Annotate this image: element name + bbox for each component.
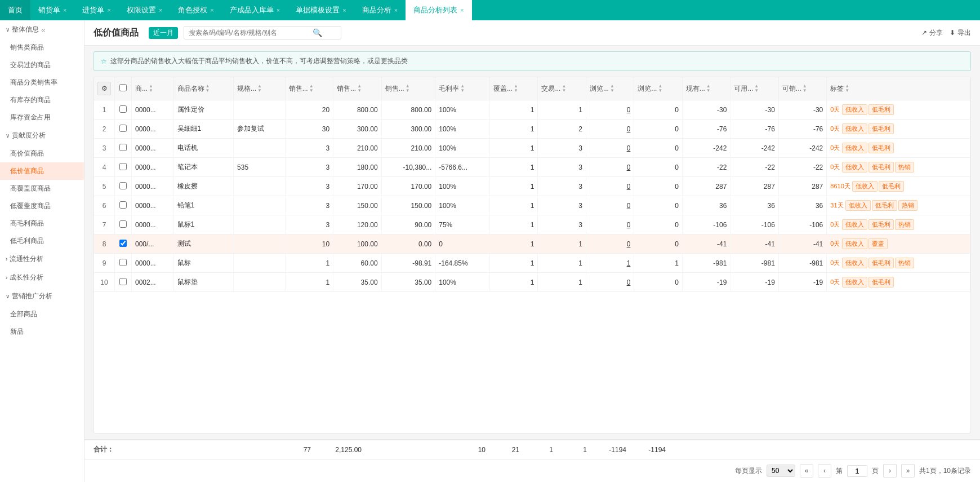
page-size-select[interactable]: 50 20 100 bbox=[767, 465, 795, 477]
sidebar-section-contribution[interactable]: ∨ 贡献度分析 bbox=[0, 126, 84, 145]
sidebar-item-high-value[interactable]: 高价值商品 bbox=[0, 145, 84, 162]
row-checkbox[interactable] bbox=[119, 278, 127, 285]
row-view1[interactable]: 0 bbox=[586, 139, 634, 158]
row-view1[interactable]: 0 bbox=[586, 120, 634, 139]
nav-home[interactable]: 首页 bbox=[0, 0, 30, 20]
select-all-checkbox[interactable] bbox=[119, 84, 127, 91]
header-actions: ↗ 分享 ⬇ 导出 bbox=[921, 28, 971, 38]
sidebar-item-stock-capital[interactable]: 库存资金占用 bbox=[0, 109, 84, 126]
row-checkbox[interactable] bbox=[119, 220, 127, 228]
share-button[interactable]: ↗ 分享 bbox=[921, 28, 943, 38]
row-view1[interactable]: 0 bbox=[586, 235, 634, 254]
sidebar-item-sales-products[interactable]: 销售类商品 bbox=[0, 39, 84, 56]
row-stock: -22 bbox=[682, 158, 730, 177]
nav-roles[interactable]: 角色授权× bbox=[170, 0, 221, 20]
close-icon[interactable]: × bbox=[63, 7, 66, 14]
th-tags[interactable]: 标签▲▼ bbox=[827, 77, 970, 100]
th-name[interactable]: 商品名称▲▼ bbox=[173, 77, 233, 100]
close-icon[interactable]: × bbox=[210, 7, 213, 14]
data-table-container[interactable]: ⚙ 商...▲▼ 商品名称▲▼ 规格...▲▼ 销售...▲▼ 销售...▲▼ … bbox=[93, 77, 971, 434]
search-input[interactable] bbox=[189, 29, 313, 37]
nav-product-analysis[interactable]: 商品分析× bbox=[354, 0, 406, 20]
row-checkbox-cell[interactable] bbox=[115, 235, 132, 254]
export-button[interactable]: ⬇ 导出 bbox=[950, 28, 971, 38]
th-view1[interactable]: 浏览...▲▼ bbox=[586, 77, 634, 100]
th-sales1[interactable]: 销售...▲▼ bbox=[333, 77, 381, 100]
row-checkbox-cell[interactable] bbox=[115, 273, 132, 292]
search-icon[interactable]: 🔍 bbox=[313, 28, 322, 37]
sidebar-item-new-products[interactable]: 新品 bbox=[0, 323, 84, 341]
row-checkbox-cell[interactable] bbox=[115, 158, 132, 177]
row-checkbox-cell[interactable] bbox=[115, 120, 132, 139]
row-checkbox-cell[interactable] bbox=[115, 100, 132, 120]
sidebar-item-high-coverage[interactable]: 高覆盖度商品 bbox=[0, 180, 84, 197]
row-checkbox[interactable] bbox=[119, 259, 127, 266]
sidebar-item-low-margin[interactable]: 低毛利商品 bbox=[0, 232, 84, 250]
nav-purchase[interactable]: 进货单× bbox=[74, 0, 118, 20]
th-sellable[interactable]: 可销...▲▼ bbox=[778, 77, 826, 100]
close-icon[interactable]: × bbox=[342, 7, 346, 14]
first-page-button[interactable]: « bbox=[800, 464, 813, 477]
th-spec[interactable]: 规格...▲▼ bbox=[234, 77, 286, 100]
sidebar-item-stocked-products[interactable]: 有库存的商品 bbox=[0, 91, 84, 109]
sidebar-section-marketing[interactable]: ∨ 营销推广分析 bbox=[0, 287, 84, 306]
row-view1[interactable]: 1 bbox=[586, 254, 634, 273]
row-view1[interactable]: 0 bbox=[586, 215, 634, 235]
row-spec: 535 bbox=[234, 158, 286, 177]
sidebar-section-circulation[interactable]: › 流通性分析 bbox=[0, 250, 84, 268]
close-icon[interactable]: × bbox=[277, 7, 280, 14]
row-checkbox[interactable] bbox=[119, 201, 127, 209]
row-checkbox[interactable] bbox=[119, 182, 127, 189]
row-view1[interactable]: 0 bbox=[586, 158, 634, 177]
nav-products-inbound[interactable]: 产成品入库单× bbox=[222, 0, 288, 20]
close-icon[interactable]: × bbox=[107, 7, 110, 14]
th-trade[interactable]: 交易...▲▼ bbox=[538, 77, 586, 100]
footer-trade: 21 bbox=[491, 446, 525, 454]
collapse-button[interactable]: « bbox=[41, 25, 46, 34]
sidebar-item-low-coverage[interactable]: 低覆盖度商品 bbox=[0, 197, 84, 215]
close-icon[interactable]: × bbox=[159, 7, 162, 14]
sidebar-section-growth[interactable]: › 成长性分析 bbox=[0, 268, 84, 287]
row-checkbox-cell[interactable] bbox=[115, 254, 132, 273]
close-icon[interactable]: × bbox=[460, 7, 464, 14]
sidebar-item-category-sales-rate[interactable]: 商品分类销售率 bbox=[0, 74, 84, 91]
sidebar-item-low-value[interactable]: 低价值商品 bbox=[0, 162, 84, 180]
filter-tag-button[interactable]: 近一月 bbox=[149, 27, 178, 39]
prev-page-button[interactable]: ‹ bbox=[818, 464, 831, 477]
row-checkbox-cell[interactable] bbox=[115, 196, 132, 215]
nav-product-analysis-list[interactable]: 商品分析列表× bbox=[406, 0, 471, 20]
row-checkbox-cell[interactable] bbox=[115, 139, 132, 158]
row-checkbox[interactable] bbox=[119, 163, 127, 170]
th-sales2[interactable]: 销售...▲▼ bbox=[381, 77, 435, 100]
sidebar-item-all-products[interactable]: 全部商品 bbox=[0, 306, 84, 323]
row-checkbox-cell[interactable] bbox=[115, 215, 132, 235]
nav-template[interactable]: 单据模板设置× bbox=[288, 0, 354, 20]
row-tags: 8610天 低收入低毛利 bbox=[827, 177, 970, 196]
row-checkbox[interactable] bbox=[119, 144, 127, 151]
th-view2[interactable]: 浏览...▲▼ bbox=[634, 77, 682, 100]
nav-sales[interactable]: 销货单× bbox=[30, 0, 74, 20]
nav-permissions[interactable]: 权限设置× bbox=[119, 0, 170, 20]
settings-icon[interactable]: ⚙ bbox=[97, 82, 111, 95]
th-stock[interactable]: 现有...▲▼ bbox=[682, 77, 730, 100]
th-code[interactable]: 商...▲▼ bbox=[132, 77, 174, 100]
row-view1[interactable]: 0 bbox=[586, 273, 634, 292]
row-checkbox[interactable] bbox=[119, 105, 127, 113]
sidebar-item-traded-products[interactable]: 交易过的商品 bbox=[0, 56, 84, 74]
th-margin[interactable]: 毛利率▲▼ bbox=[435, 77, 490, 100]
row-checkbox-cell[interactable] bbox=[115, 177, 132, 196]
row-view1[interactable]: 0 bbox=[586, 196, 634, 215]
close-icon[interactable]: × bbox=[394, 7, 398, 14]
next-page-button[interactable]: › bbox=[883, 464, 897, 477]
page-number-input[interactable] bbox=[847, 465, 867, 477]
last-page-button[interactable]: » bbox=[901, 464, 915, 477]
sidebar-item-high-margin[interactable]: 高毛利商品 bbox=[0, 215, 84, 232]
row-checkbox[interactable] bbox=[119, 240, 127, 247]
row-view1[interactable]: 0 bbox=[586, 177, 634, 196]
sidebar-section-overall[interactable]: ∨ 整体信息 « bbox=[0, 20, 84, 39]
th-avail[interactable]: 可用...▲▼ bbox=[730, 77, 778, 100]
th-qty[interactable]: 销售...▲▼ bbox=[285, 77, 333, 100]
row-view1[interactable]: 0 bbox=[586, 100, 634, 120]
th-cover[interactable]: 覆盖...▲▼ bbox=[489, 77, 537, 100]
row-checkbox[interactable] bbox=[119, 125, 127, 132]
